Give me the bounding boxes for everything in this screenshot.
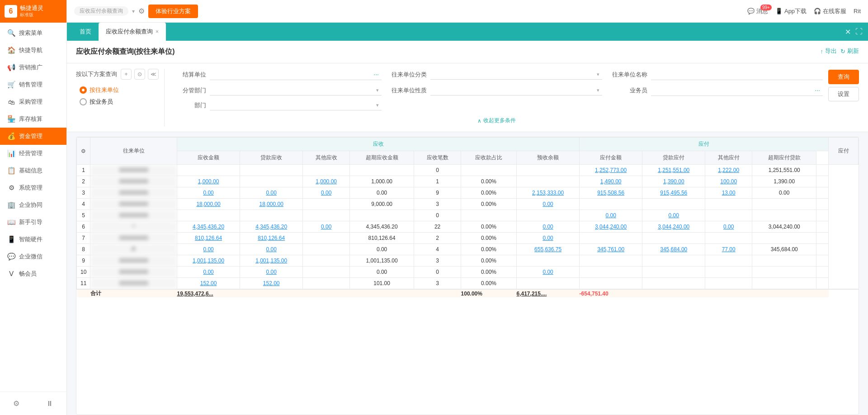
footer-ar-count [414, 289, 461, 297]
table-cell[interactable]: 0.00 [517, 199, 580, 210]
th-settings-gear[interactable]: ⚙ [77, 138, 90, 165]
table-cell[interactable]: 1,390.00 [642, 176, 705, 187]
sidebar-item-basic[interactable]: 📋基础信息 [0, 162, 66, 179]
topbar-gear-icon[interactable]: ⚙ [138, 7, 145, 15]
partner-category-select[interactable]: ▾ [430, 70, 602, 80]
scheme-option-by-staff[interactable]: 按业务员 [76, 96, 159, 108]
collapse-btn[interactable]: ∧ 收起更多条件 [170, 115, 823, 126]
settlement-unit-input[interactable]: ··· [210, 69, 382, 80]
nav-close-icon[interactable]: ✕ [845, 28, 851, 36]
table-cell[interactable]: 1,001,135.00 [240, 255, 303, 267]
table-cell[interactable]: 915,495.56 [642, 187, 705, 199]
sidebar-settings-icon[interactable]: ⚙ [9, 396, 24, 410]
nav-expand-icon[interactable]: ⛶ [855, 28, 863, 36]
table-cell[interactable]: 0.00 [517, 233, 580, 244]
sidebar-icon-finance: 💰 [7, 132, 15, 140]
refresh-btn[interactable]: ↻ 刷新 [840, 47, 859, 55]
staff-select[interactable]: ··· [651, 85, 823, 96]
sidebar-item-sales[interactable]: 🛒销售管理 [0, 76, 66, 93]
sidebar-item-guide[interactable]: 📖新手引导 [0, 214, 66, 231]
table-cell[interactable]: 1,490.00 [580, 176, 642, 187]
table-cell[interactable]: 1,251,551.00 [642, 165, 705, 176]
footer-ar-amount[interactable]: 19,553,472,6... [177, 289, 240, 297]
table-cell[interactable]: 152.00 [177, 278, 240, 290]
sidebar-item-purchase[interactable]: 🛍采购管理 [0, 93, 66, 110]
scheme-option-by-partner[interactable]: 按往来单位 [76, 84, 159, 96]
table-cell[interactable]: 1,252,773.00 [580, 165, 642, 176]
table-container[interactable]: ⚙ 往来单位 应收 应付 应付 应收金额 贷款应收 其他应收 超期应收金额 [76, 137, 859, 415]
table-cell[interactable]: 0.00 [303, 221, 350, 233]
table-cell[interactable]: 0.00 [303, 187, 350, 199]
table-cell[interactable]: 0.00 [177, 244, 240, 255]
table-cell[interactable]: 0.00 [517, 221, 580, 233]
sidebar-item-quick-nav[interactable]: 🏠快捷导航 [0, 42, 66, 59]
table-cell[interactable]: 0.00 [240, 267, 303, 278]
table-cell[interactable]: 1,222.00 [705, 165, 752, 176]
sidebar-item-member[interactable]: Ⅴ畅会员 [0, 265, 66, 282]
table-cell[interactable]: 4,345,436.20 [177, 221, 240, 233]
table-cell[interactable]: 915,508.56 [580, 187, 642, 199]
table-cell[interactable]: 2,153,333.00 [517, 187, 580, 199]
table-cell[interactable]: 0.00 [177, 267, 240, 278]
sidebar-collapse-icon[interactable]: ⏸ [42, 397, 58, 410]
staff-ellipsis[interactable]: ··· [815, 86, 820, 94]
online-service-btn[interactable]: 🎧 在线客服 [814, 7, 846, 15]
sidebar-item-finance[interactable]: 💰资金管理 [0, 128, 66, 145]
table-cell[interactable]: 4,345,436.20 [240, 221, 303, 233]
table-cell[interactable]: 0.00 [580, 210, 642, 221]
tab-ar-query[interactable]: 应收应付余额查询 × [99, 23, 166, 41]
settings-btn[interactable]: 设置 [828, 87, 859, 101]
sidebar-item-operation[interactable]: 📊经营管理 [0, 145, 66, 162]
nav-tabs-right: ✕ ⛶ [845, 28, 863, 36]
sidebar-item-wechat[interactable]: 💬企业微信 [0, 248, 66, 265]
dept-manager-select[interactable]: ▾ [210, 86, 382, 95]
scheme-edit-btn[interactable]: ⊙ [134, 69, 145, 80]
settlement-ellipsis[interactable]: ··· [373, 71, 379, 78]
footer-ar-prepay[interactable]: 6,417,215.... [517, 289, 580, 297]
table-cell[interactable]: 345,684.00 [642, 244, 705, 255]
sidebar-item-enterprise[interactable]: 🏢企业协同 [0, 196, 66, 214]
tab-close-icon[interactable]: × [156, 29, 159, 35]
table-cell[interactable]: 810,126.64 [240, 233, 303, 244]
sidebar-item-search-menu[interactable]: 🔍搜索菜单 [0, 24, 66, 42]
table-cell[interactable]: 100.00 [705, 176, 752, 187]
partner-name-input[interactable] [651, 69, 823, 80]
table-cell[interactable]: 1,000.00 [303, 176, 350, 187]
table-cell[interactable]: 0.00 [240, 244, 303, 255]
table-cell[interactable]: 0.00 [240, 187, 303, 199]
table-cell[interactable]: 810,126.64 [177, 233, 240, 244]
sidebar-item-marketing[interactable]: 📢营销推广 [0, 59, 66, 76]
export-btn[interactable]: ↑ 导出 [821, 47, 837, 55]
table-cell[interactable]: 0.00 [517, 267, 580, 278]
table-cell[interactable]: 1,000.00 [177, 176, 240, 187]
solution-btn[interactable]: 体验行业方案 [148, 5, 198, 18]
table-cell[interactable]: 3,044,240.00 [642, 221, 705, 233]
table-cell[interactable]: 0.00 [642, 210, 705, 221]
table-cell[interactable]: 77.00 [705, 244, 752, 255]
table-cell[interactable]: 152.00 [240, 278, 303, 290]
table-cell[interactable]: 18,000.00 [177, 199, 240, 210]
table-cell[interactable]: 0.00 [177, 187, 240, 199]
footer-ap-col14 [816, 289, 829, 297]
table-cell[interactable]: 13.00 [705, 187, 752, 199]
scheme-add-btn[interactable]: + [121, 69, 132, 80]
query-btns: 查询 设置 [828, 70, 859, 101]
table-cell[interactable]: 3,044,240.00 [580, 221, 642, 233]
department-select[interactable]: ▾ [210, 100, 382, 110]
messages-btn[interactable]: 💬 消息 99+ [747, 7, 768, 15]
table-cell[interactable]: 0.00 [705, 221, 752, 233]
scheme-back-btn[interactable]: ≪ [148, 69, 159, 80]
table-cell[interactable]: 345,761.00 [580, 244, 642, 255]
footer-ar-loan [240, 289, 303, 297]
query-btn[interactable]: 查询 [828, 70, 859, 84]
sidebar-item-system[interactable]: ⚙系统管理 [0, 179, 66, 196]
sidebar-item-inventory[interactable]: 🏪库存核算 [0, 110, 66, 128]
table-cell[interactable]: 18,000.00 [240, 199, 303, 210]
table-cell[interactable]: 655,636.75 [517, 244, 580, 255]
app-download-btn[interactable]: 📱 App下载 [775, 7, 807, 15]
table-cell [517, 255, 580, 267]
sidebar-item-hardware[interactable]: 📱智能硬件 [0, 231, 66, 248]
tab-home[interactable]: 首页 [72, 23, 99, 41]
partner-nature-select[interactable]: ▾ [430, 86, 602, 95]
table-cell[interactable]: 1,001,135.00 [177, 255, 240, 267]
